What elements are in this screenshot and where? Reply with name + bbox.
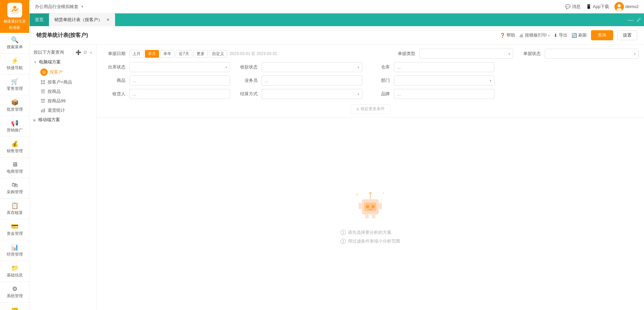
sidebar-item-shortcuts[interactable]: ⚡ 快捷导航 — [0, 54, 29, 74]
export-button[interactable]: ⬇ 导出 — [554, 32, 568, 38]
empty-tip-1-text: 请先选择要分析的方案 — [348, 228, 391, 237]
print-label: 按模板打印 — [525, 32, 547, 38]
settings-scheme-button[interactable]: ⚙ — [83, 50, 88, 55]
tree-item-return-stats[interactable]: 退货统计 — [34, 106, 96, 115]
doc-type-select[interactable]: ▾ — [419, 49, 513, 59]
print-button[interactable]: 🖨 按模板打印 ▾ — [519, 32, 550, 38]
sidebar-item-operations-label: 经营管理 — [7, 252, 23, 257]
tree-item-by-customer-product-label: 按客户+商品 — [48, 79, 72, 85]
settings-button[interactable]: 设置 — [617, 30, 637, 40]
page-header: 销货单统计表(按客户) ❓ 帮助 🖨 按模板打印 ▾ ⬇ 导出 🔄 刷新 查询 … — [30, 26, 644, 45]
doc-status-select[interactable]: ▾ — [545, 49, 639, 59]
tree-mobile-expand-icon: ▶ — [34, 118, 36, 122]
empty-tip-2-text: 用过滤条件来缩小分析范围 — [348, 237, 400, 246]
svg-rect-7 — [41, 83, 43, 84]
receive-status-select[interactable]: ▾ — [262, 62, 362, 72]
enterprise-icon: 🤝 — [11, 306, 18, 310]
page-title: 销货单统计表(按客户) — [36, 32, 88, 43]
marketing-icon: 📢 — [11, 119, 18, 127]
settle-select[interactable]: ▾ — [262, 89, 362, 99]
date-btn-last-7[interactable]: 近7天 — [176, 50, 192, 58]
product-label: 商品 — [102, 78, 125, 84]
sidebar-item-system-label: 系统管理 — [7, 293, 23, 299]
logo-text: 畅捷通好生意 — [4, 19, 26, 24]
tree-item-by-product-99-label: 按商品99 — [48, 98, 65, 104]
tree-item-by-product-99[interactable]: 按商品99 — [34, 96, 96, 106]
page-actions: ❓ 帮助 🖨 按模板打印 ▾ ⬇ 导出 🔄 刷新 查询 设置 — [500, 30, 637, 44]
user-area[interactable]: demo2 — [614, 2, 639, 11]
sidebar-item-ecommerce[interactable]: 🖥 电商管理 — [0, 158, 29, 178]
refresh-button[interactable]: 🔄 刷新 — [572, 32, 587, 38]
sidebar-item-shortcuts-label: 快捷导航 — [7, 65, 23, 71]
date-btn-custom[interactable]: 自定义 — [209, 50, 227, 58]
collapse-button[interactable]: ∧ 收起更多条件 — [351, 104, 390, 113]
sidebar-item-basic[interactable]: 📁 基础信息 — [0, 261, 29, 282]
product-select[interactable]: ... — [129, 75, 230, 86]
tab-maximize-icon[interactable]: ⤢ — [636, 16, 641, 23]
sidebar-item-purchase[interactable]: 🛍 采购管理 — [0, 178, 29, 199]
warehouse-select[interactable]: ... — [394, 62, 494, 72]
company-dropdown-icon[interactable]: ▾ — [81, 4, 84, 9]
tab-close-button[interactable]: ✕ — [106, 17, 110, 22]
recipient-label: 收货人 — [102, 91, 125, 97]
sales-icon: 💰 — [11, 140, 18, 148]
tab-bar-end: — ⤢ — [628, 16, 644, 23]
recipient-select[interactable]: ... — [129, 89, 230, 99]
brand-select[interactable]: ... — [394, 89, 494, 99]
sidebar-item-operations[interactable]: 📊 经营管理 — [0, 240, 29, 261]
sidebar-item-retail[interactable]: 🛒 零售管理 — [0, 74, 29, 95]
filter-panel: 单据日期 上月 本月 本年 近7天 更多 自定义 2023-03-01 至 20… — [97, 45, 644, 118]
doc-type-label: 单据类型 — [392, 51, 415, 57]
tree-desktop-section[interactable]: ▼ 电脑端方案 — [30, 57, 96, 67]
filter-row-3: 商品 ... 业务员 ... 部门 ▾ — [102, 75, 639, 86]
staff-select[interactable]: ... — [262, 75, 362, 86]
purchase-icon: 🛍 — [12, 182, 18, 189]
app-download-label: App下载 — [593, 4, 609, 10]
collapse-up-icon: ∧ — [356, 107, 359, 111]
sidebar-item-sales[interactable]: 💰 销售管理 — [0, 137, 29, 158]
tree-item-by-product[interactable]: 按商品 — [34, 87, 96, 96]
warehouse-label: 仓库 — [366, 64, 390, 70]
help-button[interactable]: ❓ 帮助 — [500, 32, 515, 38]
date-btn-this-year[interactable]: 本年 — [160, 50, 174, 58]
app-download-button[interactable]: 📱 App下载 — [586, 4, 609, 10]
tree-item-by-customer-product[interactable]: 按客户+商品 — [34, 78, 96, 87]
sidebar-item-marketing[interactable]: 📢 营销推广 — [0, 116, 29, 137]
sidebar-item-inventory[interactable]: 📋 库存核算 — [0, 199, 29, 219]
sidebar-item-finance[interactable]: 💳 资金管理 — [0, 219, 29, 240]
dept-arrow: ▾ — [490, 79, 491, 83]
sidebar-item-wholesale[interactable]: 📦 批发管理 — [0, 95, 29, 116]
dept-select[interactable]: ▾ — [394, 75, 494, 86]
date-btn-this-month[interactable]: 本月 — [145, 50, 159, 58]
date-btn-more[interactable]: 更多 — [194, 50, 208, 58]
shortcut-icon: ⚡ — [11, 57, 18, 64]
tree-item-by-customer-label: 按客户 — [50, 69, 63, 75]
sidebar-item-system[interactable]: ⚙ 系统管理 — [0, 282, 29, 303]
tab-home[interactable]: 首页 — [30, 13, 49, 26]
tab-minimize-icon[interactable]: — — [628, 16, 634, 23]
print-dropdown-icon: ▾ — [548, 34, 550, 37]
svg-text:✦: ✦ — [355, 192, 359, 197]
panel-icons: ➕ ⚙ « — [75, 50, 92, 55]
svg-point-3 — [618, 4, 621, 7]
sidebar-item-enterprise[interactable]: 🤝 企业协同 — [0, 303, 29, 310]
query-button[interactable]: 查询 — [591, 30, 613, 40]
doc-status-label: 单据状态 — [517, 51, 541, 57]
add-scheme-button[interactable]: ➕ — [75, 50, 81, 55]
staff-label: 业务员 — [234, 78, 258, 84]
out-status-select[interactable]: ▾ — [129, 62, 230, 72]
logo-area[interactable]: 畅捷通好生意 标准版 — [0, 0, 29, 33]
tree-mobile-section[interactable]: ▶ 移动端方案 — [30, 115, 96, 124]
svg-rect-25 — [365, 214, 369, 218]
date-btn-last-month[interactable]: 上月 — [129, 50, 144, 58]
tab-report[interactable]: 销货单统计表（按客户） ✕ — [49, 13, 115, 26]
tree-desktop-children: 按 按客户 按客户+商品 按商品 — [30, 67, 96, 115]
dept-label: 部门 — [366, 78, 390, 84]
message-button[interactable]: 💬 消息 — [565, 4, 581, 10]
svg-point-1 — [13, 6, 16, 9]
tree-item-by-customer[interactable]: 按 按客户 — [34, 67, 96, 78]
collapse-panel-button[interactable]: « — [90, 50, 92, 55]
tree-item-by-product-label: 按商品 — [48, 89, 61, 95]
sidebar-item-search[interactable]: 🔍 搜索菜单 — [0, 33, 29, 54]
staff-placeholder: ... — [265, 78, 269, 83]
